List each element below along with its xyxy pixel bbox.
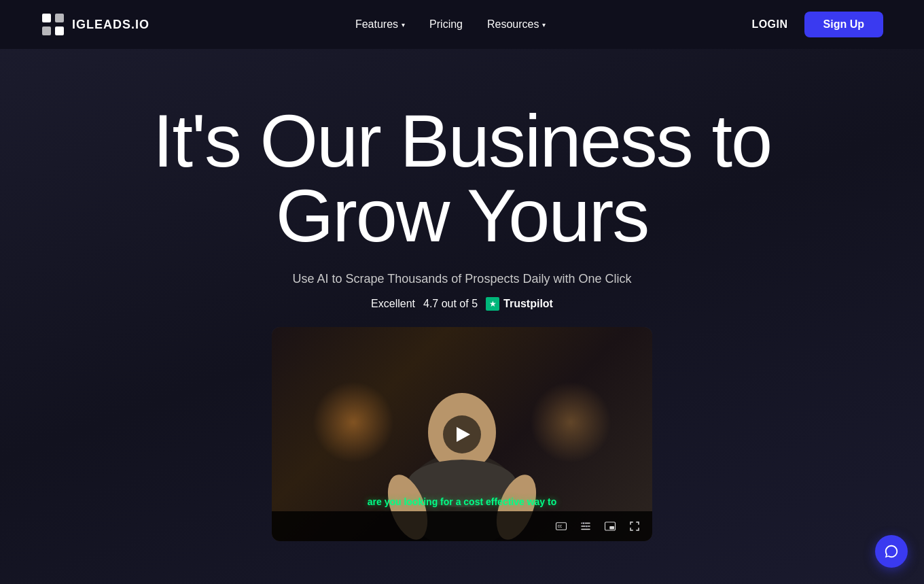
- logo-link[interactable]: IGLEADS.IO: [41, 12, 149, 37]
- video-thumbnail: are you looking for a cost effective way…: [272, 327, 652, 541]
- trustpilot-star-icon: ★: [486, 297, 499, 311]
- resources-chevron-icon: ▾: [542, 21, 546, 29]
- trustpilot-name: Trustpilot: [503, 298, 553, 310]
- nav-resources[interactable]: Resources ▾: [487, 18, 546, 31]
- nav-features[interactable]: Features ▾: [355, 18, 405, 31]
- svg-rect-20: [609, 526, 614, 530]
- svg-point-16: [583, 522, 584, 523]
- logo-text: IGLEADS.IO: [72, 18, 149, 32]
- chat-bubble-icon: [884, 544, 899, 559]
- hero-subtitle: Use AI to Scrape Thousands of Prospects …: [293, 272, 632, 286]
- nav-right: LOGIN Sign Up: [751, 12, 883, 37]
- svg-rect-3: [55, 27, 64, 35]
- pricing-label: Pricing: [429, 18, 463, 31]
- svg-rect-14: [581, 529, 590, 530]
- video-controls-bar: CC: [272, 511, 652, 541]
- svg-rect-0: [42, 14, 51, 22]
- svg-rect-1: [55, 14, 64, 22]
- resources-label: Resources: [487, 18, 539, 31]
- nav-pricing[interactable]: Pricing: [429, 18, 463, 31]
- play-button[interactable]: [443, 415, 481, 453]
- trustpilot-excellent: Excellent: [371, 298, 415, 310]
- logo-icon: [41, 12, 65, 37]
- video-container: are you looking for a cost effective way…: [272, 327, 652, 541]
- hero-title-line2: Grow Yours: [276, 173, 649, 257]
- play-triangle-icon: [457, 427, 470, 442]
- features-label: Features: [355, 18, 398, 31]
- chat-bubble-button[interactable]: [875, 535, 908, 568]
- fullscreen-control-icon[interactable]: [625, 517, 644, 536]
- trustpilot-logo[interactable]: ★ Trustpilot: [486, 297, 553, 311]
- svg-text:CC: CC: [558, 525, 563, 528]
- login-button[interactable]: LOGIN: [751, 18, 787, 31]
- svg-rect-2: [42, 27, 51, 35]
- navbar: IGLEADS.IO Features ▾ Pricing Resources …: [0, 0, 924, 49]
- hero-title-line1: It's Our Business to: [153, 99, 771, 182]
- hero-section: It's Our Business to Grow Yours Use AI t…: [0, 49, 924, 568]
- video-caption: are you looking for a cost effective way…: [368, 496, 557, 507]
- chapters-control-icon[interactable]: [576, 517, 595, 536]
- trustpilot-rating: 4.7 out of 5: [423, 298, 478, 310]
- features-chevron-icon: ▾: [402, 21, 405, 29]
- pip-control-icon[interactable]: [601, 517, 620, 536]
- hero-title: It's Our Business to Grow Yours: [153, 103, 771, 253]
- signup-button[interactable]: Sign Up: [804, 12, 883, 37]
- trustpilot-row: Excellent 4.7 out of 5 ★ Trustpilot: [371, 297, 553, 311]
- nav-center: Features ▾ Pricing Resources ▾: [355, 18, 546, 31]
- cc-control-icon[interactable]: CC: [552, 517, 571, 536]
- svg-point-18: [586, 526, 587, 527]
